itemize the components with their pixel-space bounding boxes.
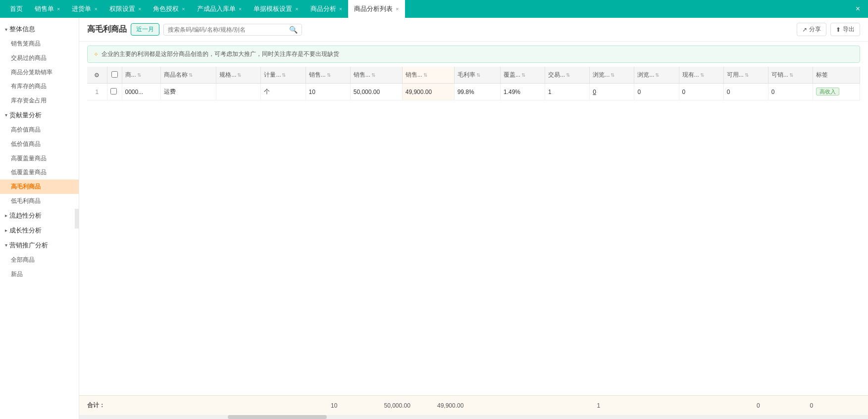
nav-product-analysis-list[interactable]: 商品分析列表 × (348, 0, 405, 18)
close-icon[interactable]: × (239, 6, 242, 12)
sort-icon: ⇅ (423, 72, 427, 78)
share-btn[interactable]: ↗ 分享 (797, 23, 826, 36)
sidebar-item-sales-products[interactable]: 销售笼商品 (0, 37, 79, 51)
sidebar-section-contribution[interactable]: ▾ 贡献量分析 (0, 108, 79, 123)
th-gross-margin[interactable]: 毛利率 ⇅ (454, 67, 500, 84)
th-settings[interactable]: ⚙ (87, 67, 107, 84)
footer-spacer1 (115, 402, 168, 409)
select-all-checkbox[interactable] (111, 71, 118, 78)
cell-sales-amount: 50,000.00 (350, 84, 402, 100)
sidebar-section-flow[interactable]: ▸ 流趋性分析 (0, 208, 79, 223)
view-link[interactable]: 0 (593, 89, 596, 95)
nav-product-inbound[interactable]: 产成品入库单 × (191, 0, 248, 18)
sidebar-section-growth[interactable]: ▸ 成长性分析 (0, 223, 79, 238)
table-row: 10000...运费个1050,000.0049,900.0099.8%1.49… (87, 84, 860, 100)
th-unit[interactable]: 计量... ⇅ (261, 67, 306, 84)
cell-sellable: 0 (768, 84, 813, 100)
row-checkbox[interactable] (110, 88, 117, 94)
sidebar-section-overall[interactable]: ▾ 整体信息 (0, 22, 79, 37)
share-icon: ↗ (802, 26, 807, 33)
cell-current-stock: 0 (679, 84, 723, 100)
th-checkbox[interactable] (107, 67, 122, 84)
close-all-btn[interactable]: × (852, 4, 864, 13)
close-icon[interactable]: × (339, 6, 342, 12)
th-name[interactable]: 商品名称 ⇅ (161, 67, 216, 84)
nav-home[interactable]: 首页 (4, 0, 29, 18)
sort-icon: ⇅ (566, 72, 570, 78)
nav-purchase[interactable]: 进货单 × (66, 0, 103, 18)
bottom-scrollbar[interactable] (79, 415, 868, 419)
sidebar-item-low-coverage[interactable]: 低覆盖量商品 (0, 165, 79, 180)
info-icon: ✧ (94, 51, 99, 58)
th-current-stock[interactable]: 现有... ⇅ (679, 67, 723, 84)
sidebar-item-high-margin[interactable]: 高毛利商品 (0, 180, 79, 194)
th-view1[interactable]: 浏览... ⇅ (590, 67, 634, 84)
sidebar-item-stock-capital[interactable]: 库存资金占用 (0, 93, 79, 108)
footer-bar: 合计： 10 50,000.00 49,900.00 1 0 0 (79, 395, 868, 415)
nav-roles[interactable]: 角色授权 × (147, 0, 191, 18)
export-btn[interactable]: ⬆ 导出 (830, 23, 860, 36)
sort-icon: ⇅ (327, 72, 331, 78)
sidebar-collapse-btn[interactable]: 《 (75, 209, 79, 229)
nav-product-analysis[interactable]: 商品分析 × (305, 0, 348, 18)
main-layout: ▾ 整体信息 销售笼商品 交易过的商品 商品分笼助销率 有库存的商品 库存资金占… (0, 18, 868, 419)
cell-sales-count: 10 (306, 84, 350, 100)
th-available[interactable]: 可用... ⇅ (723, 67, 768, 84)
sort-icon: ⇅ (700, 72, 704, 78)
cell-code: 0000... (122, 84, 161, 100)
sidebar-item-stocked-products[interactable]: 有库存的商品 (0, 79, 79, 93)
th-view2[interactable]: 浏览... ⇅ (634, 67, 679, 84)
sidebar-item-low-margin[interactable]: 低毛利商品 (0, 194, 79, 208)
th-trade[interactable]: 交易... ⇅ (545, 67, 590, 84)
content-area: 高毛利商品 近一月 🔍 ↗ 分享 ⬆ 导出 ✧ 企业的主要的利润都是这部分商品创… (79, 18, 868, 419)
nav-template[interactable]: 单据模板设置 × (248, 0, 304, 18)
footer-trade: 1 (594, 402, 648, 409)
sort-icon: ⇅ (611, 72, 614, 78)
cell-checkbox[interactable] (107, 84, 122, 100)
th-sales-amount[interactable]: 销售... ⇅ (350, 67, 402, 84)
sort-icon: ⇅ (745, 72, 749, 78)
total-label: 合计： (87, 401, 105, 410)
close-icon[interactable]: × (138, 6, 141, 12)
search-input[interactable] (168, 26, 289, 33)
nav-sales[interactable]: 销售单 × (29, 0, 66, 18)
close-icon[interactable]: × (396, 6, 399, 12)
th-tag[interactable]: 标签 (813, 67, 860, 84)
close-icon[interactable]: × (295, 6, 298, 12)
sidebar-item-all-products[interactable]: 全部商品 (0, 253, 79, 267)
sidebar-item-new-products[interactable]: 新品 (0, 267, 79, 281)
cell-tag: 高收入 (813, 84, 860, 100)
footer-available: 0 (807, 402, 861, 409)
scrollbar-thumb[interactable] (228, 415, 327, 419)
cell-view1[interactable]: 0 (590, 84, 634, 100)
footer-spacer8 (701, 402, 754, 409)
close-icon[interactable]: × (182, 6, 185, 12)
sidebar: ▾ 整体信息 销售笼商品 交易过的商品 商品分笼助销率 有库存的商品 库存资金占… (0, 18, 79, 419)
sidebar-section-marketing[interactable]: ▾ 营销推广分析 (0, 238, 79, 253)
th-spec[interactable]: 规格... ⇅ (216, 67, 261, 84)
sidebar-item-traded-products[interactable]: 交易过的商品 (0, 51, 79, 65)
footer-spacer7 (647, 402, 701, 409)
sidebar-item-high-value[interactable]: 高价值商品 (0, 123, 79, 137)
footer-spacer5 (488, 402, 541, 409)
sort-icon: ⇅ (521, 72, 525, 78)
filter-month-btn[interactable]: 近一月 (131, 23, 159, 36)
sidebar-item-low-value[interactable]: 低价值商品 (0, 137, 79, 151)
chevron-right-icon: ▸ (5, 228, 7, 233)
close-icon[interactable]: × (94, 6, 97, 12)
th-coverage[interactable]: 覆盖... ⇅ (500, 67, 545, 84)
cell-available: 0 (723, 84, 768, 100)
th-sellable[interactable]: 可销... ⇅ (768, 67, 813, 84)
sidebar-item-high-coverage[interactable]: 高覆盖量商品 (0, 151, 79, 166)
nav-permissions[interactable]: 权限设置 × (103, 0, 147, 18)
table-header-row: ⚙ 商... ⇅ 商品名称 (87, 67, 860, 84)
close-icon[interactable]: × (57, 6, 60, 12)
th-sales-count[interactable]: 销售... ⇅ (306, 67, 350, 84)
th-sales-profit[interactable]: 销售... ⇅ (402, 67, 454, 84)
footer-sales-amount: 50,000.00 (381, 402, 435, 409)
th-code[interactable]: 商... ⇅ (122, 67, 161, 84)
sidebar-item-product-assist-rate[interactable]: 商品分笼助销率 (0, 65, 79, 80)
cell-name: 运费 (161, 84, 216, 100)
table-container[interactable]: ⚙ 商... ⇅ 商品名称 (87, 67, 860, 395)
cell-sales-profit: 49,900.00 (402, 84, 454, 100)
